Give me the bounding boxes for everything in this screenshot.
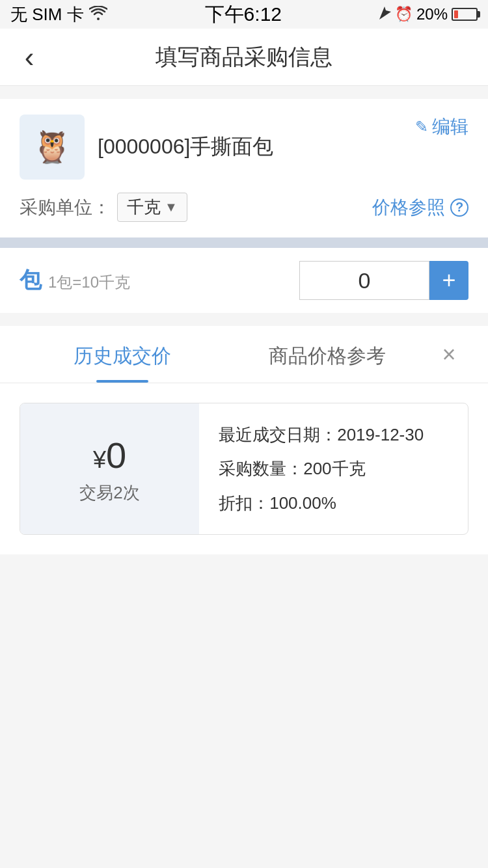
status-time: 下午6:12 [205, 1, 282, 28]
nav-bar: ‹ 填写商品采购信息 [0, 29, 488, 86]
product-header: 🦉 [0000006]手撕面包 ✎ 编辑 [20, 115, 468, 180]
tab-history-price[interactable]: 历史成交价 [20, 326, 224, 383]
price-trades: 交易2次 [79, 481, 139, 504]
quantity-input[interactable]: 0 [299, 261, 429, 300]
help-icon: ? [450, 198, 468, 217]
edit-icon: ✎ [415, 118, 428, 136]
quantity-label: 包 1包=10千克 [20, 265, 130, 295]
purchase-qty-row: 采购数量：200千克 [219, 457, 448, 480]
quantity-conversion: 1包=10千克 [48, 272, 130, 293]
history-price-content: ¥0 交易2次 最近成交日期：2019-12-30 采购数量：200千克 折扣：… [0, 383, 488, 554]
price-display: ¥0 [93, 434, 126, 476]
price-card-left: ¥0 交易2次 [20, 403, 199, 534]
battery-icon [452, 8, 478, 21]
recent-date-value: 2019-12-30 [337, 425, 424, 444]
edit-button[interactable]: ✎ 编辑 [415, 115, 468, 139]
quantity-controls: 0 + [299, 261, 468, 300]
section-divider [0, 237, 488, 248]
product-title: 手撕面包 [190, 135, 273, 158]
unit-label: 采购单位： [20, 195, 111, 220]
discount-label: 折扣： [219, 493, 269, 513]
product-unit-row: 采购单位： 千克 ▼ 价格参照 ? [20, 193, 468, 222]
quantity-section: 包 1包=10千克 0 + [0, 248, 488, 313]
status-bar: 无 SIM 卡 下午6:12 ⏰ 20% [0, 0, 488, 29]
status-left: 无 SIM 卡 [10, 3, 107, 26]
edit-label: 编辑 [432, 115, 468, 139]
tab-price-ref-label: 商品价格参考 [269, 345, 386, 366]
product-thumbnail: 🦉 [20, 115, 85, 180]
close-icon: × [442, 341, 455, 368]
discount-value: 100.00% [269, 493, 336, 513]
quantity-plus-button[interactable]: + [429, 261, 468, 300]
purchase-qty-value: 200千克 [303, 459, 365, 478]
price-card-right: 最近成交日期：2019-12-30 采购数量：200千克 折扣：100.00% [199, 403, 468, 534]
product-left: 🦉 [0000006]手撕面包 [20, 115, 273, 180]
price-amount: 0 [106, 435, 126, 476]
unit-select[interactable]: 千克 ▼ [117, 193, 187, 222]
recent-date-row: 最近成交日期：2019-12-30 [219, 423, 448, 446]
wifi-icon [89, 5, 107, 25]
alarm-icon: ⏰ [395, 6, 413, 23]
back-icon: ‹ [25, 41, 34, 74]
carrier-text: 无 SIM 卡 [10, 3, 84, 26]
tab-price-reference[interactable]: 商品价格参考 [224, 326, 429, 383]
product-logo-icon: 🦉 [33, 129, 72, 165]
currency-symbol: ¥ [93, 446, 106, 473]
tab-close-button[interactable]: × [429, 335, 468, 374]
status-right: ⏰ 20% [379, 5, 478, 23]
tabs-section: 历史成交价 商品价格参考 × [0, 326, 488, 383]
product-name: [0000006]手撕面包 [98, 133, 273, 161]
plus-icon: + [442, 267, 455, 294]
unit-value: 千克 [127, 196, 161, 219]
discount-row: 折扣：100.00% [219, 491, 448, 515]
tabs-header: 历史成交价 商品价格参考 × [0, 326, 488, 383]
recent-date-label: 最近成交日期： [219, 425, 337, 444]
page-title: 填写商品采购信息 [156, 42, 332, 72]
back-button[interactable]: ‹ [13, 41, 46, 74]
price-reference-button[interactable]: 价格参照 ? [372, 195, 468, 220]
purchase-qty-label: 采购数量： [219, 459, 303, 478]
product-id: [0000006] [98, 135, 190, 158]
product-section: 🦉 [0000006]手撕面包 ✎ 编辑 采购单位： 千克 ▼ 价格参照 ? [0, 99, 488, 237]
unit-arrow-icon: ▼ [165, 200, 178, 215]
tab-active-indicator [96, 380, 148, 383]
quantity-value: 0 [359, 268, 371, 293]
location-icon [379, 5, 391, 23]
quantity-unit: 包 [20, 265, 42, 295]
svg-marker-0 [379, 7, 391, 20]
price-ref-label: 价格参照 [372, 195, 445, 220]
price-card: ¥0 交易2次 最近成交日期：2019-12-30 采购数量：200千克 折扣：… [20, 403, 468, 535]
battery-percent: 20% [416, 5, 448, 23]
tab-history-label: 历史成交价 [74, 345, 171, 366]
